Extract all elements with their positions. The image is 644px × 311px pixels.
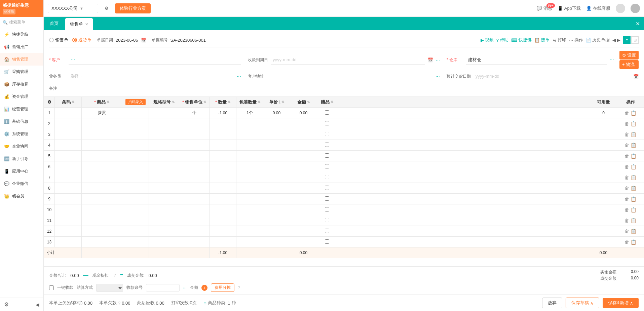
customer-input[interactable]: ··· (69, 55, 241, 65)
radio-return-order[interactable]: 退货单 (72, 37, 91, 43)
row-price[interactable] (263, 215, 290, 226)
row-product[interactable] (82, 204, 122, 215)
row-pkg-qty[interactable] (236, 215, 263, 226)
expected-delivery-input[interactable]: yyyy-mm-dd (473, 72, 631, 81)
row-spec[interactable] (149, 140, 179, 151)
row-product[interactable] (82, 215, 122, 226)
gift-checkbox[interactable] (325, 121, 329, 125)
row-qty[interactable] (210, 129, 236, 140)
gift-checkbox[interactable] (325, 229, 329, 233)
row-qty[interactable] (210, 172, 236, 183)
sort-icon[interactable]: ⇅ (228, 100, 230, 104)
add-payment-button[interactable]: + (201, 285, 207, 291)
sidebar-settings-icon[interactable]: ⚙ (4, 301, 9, 308)
row-unit[interactable] (179, 140, 210, 151)
sort-icon[interactable]: ⇅ (107, 100, 109, 104)
sort-icon[interactable]: ⇅ (258, 100, 260, 104)
row-qty[interactable] (210, 215, 236, 226)
sidebar-item-quick-nav[interactable]: ⚡ 快捷导航 (0, 28, 43, 41)
delivery-calendar-icon[interactable]: 📅 (633, 74, 639, 79)
delete-icon[interactable]: 🗑 (624, 186, 629, 191)
customer-addr-input[interactable] (267, 72, 433, 81)
row-price[interactable] (263, 151, 290, 161)
row-product[interactable] (82, 151, 122, 161)
delete-icon[interactable]: 🗑 (624, 196, 629, 202)
row-price[interactable] (263, 140, 290, 151)
account-dots[interactable]: ··· (183, 285, 187, 290)
topbar-settings-button[interactable]: ⚙ (102, 3, 112, 13)
row-qty[interactable]: -1.00 (210, 108, 236, 118)
gift-checkbox[interactable] (325, 196, 329, 201)
company-selector[interactable]: XXXXXX公司 ▼ (48, 4, 98, 13)
row-qty[interactable] (210, 183, 236, 194)
row-amount[interactable] (290, 194, 317, 204)
trial-button[interactable]: 体验行业方案 (115, 3, 151, 13)
row-qty[interactable] (210, 151, 236, 161)
sidebar-item-weixin[interactable]: 💬 企业微信 (0, 178, 43, 190)
row-price[interactable] (263, 226, 290, 237)
row-barcode[interactable] (55, 204, 82, 215)
warehouse-input[interactable]: 建材仓 (466, 55, 607, 65)
row-price[interactable] (263, 194, 290, 204)
row-gift[interactable] (317, 129, 337, 140)
delete-icon[interactable]: 🗑 (624, 153, 629, 159)
delete-icon[interactable]: 🗑 (624, 207, 629, 212)
row-unit[interactable] (179, 237, 210, 247)
row-qty[interactable] (210, 161, 236, 172)
row-pkg-qty[interactable] (236, 118, 263, 129)
row-price[interactable] (263, 161, 290, 172)
row-amount[interactable] (290, 140, 317, 151)
sidebar-collapse-icon[interactable]: ◀ (36, 302, 39, 307)
row-barcode[interactable] (55, 151, 82, 161)
row-amount[interactable]: 0.00 (290, 108, 317, 118)
copy-icon[interactable]: 📋 (631, 143, 636, 148)
row-barcode[interactable] (55, 129, 82, 140)
row-unit[interactable] (179, 161, 210, 172)
gift-checkbox[interactable] (325, 164, 329, 168)
row-gift[interactable] (317, 183, 337, 194)
sort-icon[interactable]: ⇅ (72, 100, 74, 104)
row-qty[interactable] (210, 226, 236, 237)
save-new-button[interactable]: 保存&新增 ∧ (603, 298, 639, 308)
operate-btn[interactable]: ⋯ 操作 (569, 37, 583, 43)
sidebar-item-inventory[interactable]: 📦 库存核算 (0, 78, 43, 90)
sort-icon[interactable]: ⇅ (172, 100, 175, 104)
copy-icon[interactable]: 📋 (631, 196, 636, 202)
row-spec[interactable] (149, 215, 179, 226)
row-gift[interactable] (317, 161, 337, 172)
row-gift[interactable] (317, 204, 337, 215)
copy-icon[interactable]: 📋 (631, 175, 636, 180)
gift-checkbox[interactable] (325, 153, 329, 158)
row-amount[interactable] (290, 172, 317, 183)
delete-icon[interactable]: 🗑 (624, 175, 629, 180)
abandon-button[interactable]: 放弃 (542, 298, 562, 308)
row-barcode[interactable] (55, 237, 82, 247)
payment-dots[interactable]: ··· (436, 57, 440, 63)
tab-sales[interactable]: 销售单 ✕ (65, 18, 93, 30)
copy-icon[interactable]: 📋 (631, 110, 636, 116)
calendar-icon[interactable]: 📅 (141, 38, 146, 43)
this-doc-owe-q[interactable]: ? (118, 301, 120, 306)
row-spec[interactable] (149, 129, 179, 140)
row-amount[interactable] (290, 237, 317, 247)
print-btn[interactable]: 🖨 打印 (552, 37, 566, 43)
row-gift[interactable] (317, 237, 337, 247)
row-barcode[interactable] (55, 215, 82, 226)
copy-icon[interactable]: 📋 (631, 153, 636, 159)
sidebar-item-marketing[interactable]: 📢 营销推广 (0, 41, 43, 53)
copy-icon[interactable]: 📋 (631, 239, 636, 245)
next-icon[interactable]: ▶ (617, 37, 620, 43)
product-type-icon[interactable]: ⊙ (203, 301, 206, 305)
gift-checkbox[interactable] (325, 143, 329, 147)
row-spec[interactable] (149, 237, 179, 247)
copy-icon[interactable]: 📋 (631, 164, 636, 169)
row-product[interactable]: 拨贡 (82, 108, 122, 118)
row-barcode[interactable] (55, 172, 82, 183)
row-unit[interactable]: 个 (179, 108, 210, 118)
gift-checkbox[interactable] (325, 175, 329, 179)
row-amount[interactable] (290, 129, 317, 140)
row-amount[interactable] (290, 226, 317, 237)
row-spec[interactable] (149, 204, 179, 215)
delete-icon[interactable]: 🗑 (624, 239, 629, 245)
logistics-pill[interactable]: + 物流 (619, 60, 639, 69)
